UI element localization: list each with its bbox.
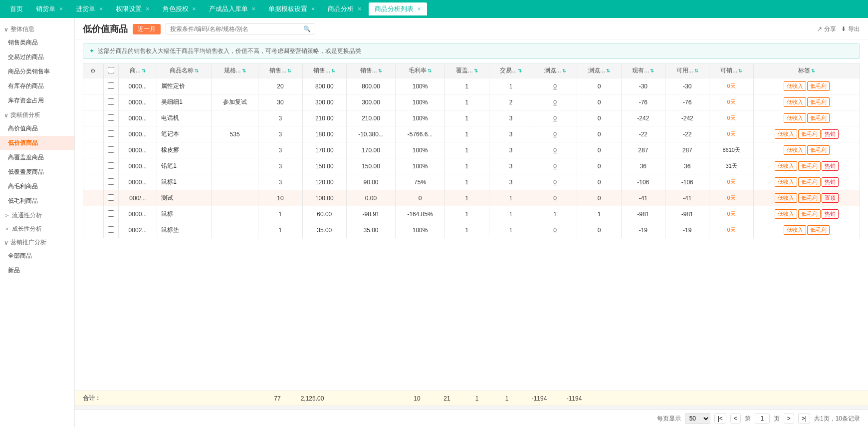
sidebar-item-high-value[interactable]: 高价值商品 — [0, 121, 74, 136]
sidebar-group-marketing[interactable]: ∨ 营销推广分析 — [0, 235, 74, 249]
row-checkbox[interactable] — [108, 114, 114, 121]
sidebar-item-traded-products[interactable]: 交易过的商品 — [0, 50, 74, 64]
close-icon[interactable]: × — [59, 5, 63, 12]
nav-product-analysis[interactable]: 商品分析 × — [322, 2, 367, 15]
close-icon[interactable]: × — [417, 5, 421, 12]
close-icon[interactable]: × — [99, 5, 103, 12]
browse1-cell[interactable]: 0 — [533, 110, 577, 126]
browse-link[interactable]: 0 — [553, 163, 557, 170]
browse1-cell[interactable]: 0 — [533, 94, 577, 110]
search-input[interactable] — [170, 25, 301, 32]
browse-link[interactable]: 0 — [553, 227, 557, 234]
share-button[interactable]: ↗ 分享 — [817, 25, 836, 33]
sidebar-item-stock-products[interactable]: 有库存的商品 — [0, 79, 74, 93]
browse-link[interactable]: 0 — [553, 131, 557, 138]
gross-margin-col-header[interactable]: 毛利率⇅ — [396, 63, 445, 78]
transaction-col-header[interactable]: 交易...⇅ — [489, 63, 533, 78]
nav-product-inbound[interactable]: 产成品入库单 × — [203, 2, 261, 15]
search-icon[interactable]: 🔍 — [303, 25, 311, 32]
current-stock-col-header[interactable]: 现有...⇅ — [621, 63, 665, 78]
sidebar-item-all-products[interactable]: 全部商品 — [0, 249, 74, 263]
browse-link[interactable]: 0 — [553, 115, 557, 122]
nav-purchase[interactable]: 进货单 × — [70, 2, 109, 15]
checkbox-cell[interactable] — [103, 94, 118, 110]
table-wrapper[interactable]: ⚙ 商...⇅ 商品名称⇅ 规格...⇅ 销售...⇅ 销售...⇅ 销售...… — [75, 63, 868, 391]
sidebar-group-growth[interactable]: ＞ 成长性分析 — [0, 222, 74, 235]
sidebar-item-high-margin[interactable]: 高毛利商品 — [0, 179, 74, 194]
checkbox-cell[interactable] — [103, 190, 118, 206]
browse1-col-header[interactable]: 浏览...⇅ — [533, 63, 577, 78]
nav-product-analysis-list[interactable]: 商品分析列表 × — [369, 2, 427, 15]
browse1-cell[interactable]: 0 — [533, 158, 577, 174]
browse1-cell[interactable]: 0 — [533, 142, 577, 158]
sidebar-item-high-coverage[interactable]: 高覆盖度商品 — [0, 150, 74, 165]
page-size-select[interactable]: 50 100 200 — [685, 413, 710, 424]
sellable-col-header[interactable]: 可销...⇅ — [709, 63, 753, 78]
checkbox-cell[interactable] — [103, 158, 118, 174]
close-icon[interactable]: × — [311, 5, 315, 12]
sales-amount-col-header[interactable]: 销售...⇅ — [302, 63, 346, 78]
browse-link[interactable]: 0 — [553, 179, 557, 186]
spec-col-header[interactable]: 规格...⇅ — [212, 63, 258, 78]
row-checkbox[interactable] — [108, 178, 114, 185]
nav-home[interactable]: 首页 — [4, 2, 29, 15]
row-checkbox[interactable] — [108, 210, 114, 217]
last-page-button[interactable]: >| — [798, 414, 810, 424]
row-checkbox[interactable] — [108, 98, 114, 105]
row-checkbox[interactable] — [108, 146, 114, 153]
prev-page-button[interactable]: < — [730, 414, 741, 424]
checkbox-cell[interactable] — [103, 142, 118, 158]
browse1-cell[interactable]: 0 — [533, 190, 577, 206]
browse-link[interactable]: 0 — [553, 83, 557, 90]
sidebar-group-contribution[interactable]: ∨ 贡献值分析 — [0, 108, 74, 121]
row-checkbox[interactable] — [108, 162, 114, 169]
tags-col-header[interactable]: 标签⇅ — [753, 63, 860, 78]
sales-qty-col-header[interactable]: 销售...⇅ — [258, 63, 302, 78]
row-checkbox[interactable] — [108, 194, 114, 201]
row-checkbox[interactable] — [108, 130, 114, 137]
select-all-checkbox[interactable] — [108, 67, 114, 73]
close-icon[interactable]: × — [252, 5, 256, 12]
checkbox-cell[interactable] — [103, 174, 118, 190]
nav-roles[interactable]: 角色授权 × — [157, 2, 202, 15]
checkbox-col-header[interactable] — [103, 63, 118, 78]
available-col-header[interactable]: 可用...⇅ — [665, 63, 709, 78]
browse-link[interactable]: 0 — [553, 195, 557, 202]
checkbox-cell[interactable] — [103, 222, 118, 238]
browse-link[interactable]: 0 — [553, 147, 557, 154]
checkbox-cell[interactable] — [103, 78, 118, 94]
browse1-cell[interactable]: 1 — [533, 206, 577, 222]
next-page-button[interactable]: > — [784, 414, 794, 424]
sidebar-group-overview[interactable]: ∨ 整体信息 — [0, 22, 74, 35]
browse1-cell[interactable]: 0 — [533, 126, 577, 142]
settings-col-header[interactable]: ⚙ — [83, 63, 104, 78]
sidebar-item-low-value[interactable]: 低价值商品 — [0, 136, 74, 150]
sidebar-item-low-coverage[interactable]: 低覆盖度商品 — [0, 165, 74, 179]
sidebar-item-low-margin[interactable]: 低毛利商品 — [0, 194, 74, 208]
horizontal-scrollbar[interactable] — [75, 406, 868, 410]
close-icon[interactable]: × — [358, 5, 362, 12]
export-button[interactable]: ⬇ 导出 — [841, 25, 860, 33]
row-checkbox[interactable] — [108, 82, 114, 89]
page-number-input[interactable] — [755, 414, 770, 424]
close-icon[interactable]: × — [192, 5, 196, 12]
row-checkbox[interactable] — [108, 226, 114, 233]
sidebar-item-sales-products[interactable]: 销售类商品 — [0, 35, 74, 50]
close-icon[interactable]: × — [146, 5, 150, 12]
nav-template[interactable]: 单据模板设置 × — [262, 2, 321, 15]
browse1-cell[interactable]: 0 — [533, 222, 577, 238]
sidebar-item-new-products[interactable]: 新品 — [0, 263, 74, 278]
browse-link[interactable]: 0 — [553, 99, 557, 106]
checkbox-cell[interactable] — [103, 206, 118, 222]
name-col-header[interactable]: 商品名称⇅ — [157, 63, 212, 78]
browse2-col-header[interactable]: 浏览...⇅ — [577, 63, 621, 78]
sidebar-item-stock-capital[interactable]: 库存资金占用 — [0, 93, 74, 108]
browse1-cell[interactable]: 0 — [533, 174, 577, 190]
filter-recent-month-button[interactable]: 近一月 — [133, 24, 161, 34]
checkbox-cell[interactable] — [103, 110, 118, 126]
sidebar-item-category-sales[interactable]: 商品分类销售率 — [0, 64, 74, 79]
checkbox-cell[interactable] — [103, 126, 118, 142]
sales-price-col-header[interactable]: 销售...⇅ — [346, 63, 395, 78]
nav-permissions[interactable]: 权限设置 × — [110, 2, 155, 15]
sidebar-group-circulation[interactable]: ＞ 流通性分析 — [0, 208, 74, 222]
